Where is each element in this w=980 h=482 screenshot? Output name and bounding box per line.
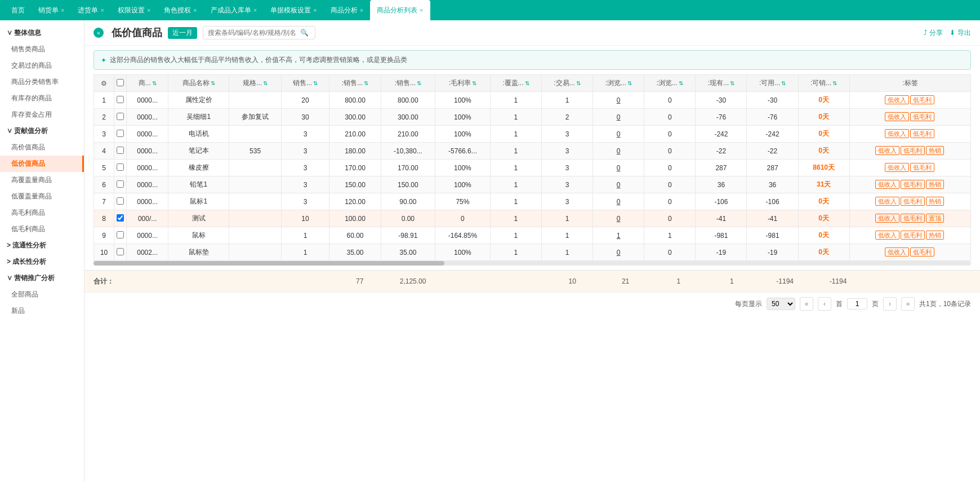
th-name[interactable]: 商品名称⇅ bbox=[168, 75, 229, 92]
browse1-link[interactable]: 0 bbox=[617, 164, 621, 172]
cell-checkbox[interactable] bbox=[114, 126, 127, 143]
cell-checkbox[interactable] bbox=[114, 109, 127, 126]
row-checkbox[interactable] bbox=[117, 147, 124, 154]
nav-permission-close[interactable]: × bbox=[147, 7, 150, 14]
next-page-btn[interactable]: › bbox=[883, 297, 897, 311]
search-input[interactable] bbox=[208, 29, 298, 37]
row-checkbox[interactable] bbox=[117, 130, 124, 137]
nav-purchase-close[interactable]: × bbox=[100, 7, 104, 14]
cell-checkbox[interactable] bbox=[114, 193, 127, 210]
share-button[interactable]: ⤴ 分享 bbox=[924, 28, 943, 38]
cell-browse1[interactable]: 0 bbox=[593, 193, 644, 210]
sidebar-section-flow[interactable]: > 流通性分析 bbox=[0, 237, 84, 254]
th-browse1[interactable]: :浏览...⇅ bbox=[593, 75, 644, 92]
row-checkbox[interactable] bbox=[117, 214, 124, 222]
sidebar-item-new-goods[interactable]: 新品 bbox=[0, 303, 84, 319]
cell-checkbox[interactable] bbox=[114, 210, 127, 227]
sidebar-item-traded-goods[interactable]: 交易过的商品 bbox=[0, 58, 84, 74]
row-checkbox[interactable] bbox=[117, 180, 124, 188]
browse1-link[interactable]: 1 bbox=[617, 232, 621, 240]
browse1-link[interactable]: 0 bbox=[617, 96, 621, 104]
sidebar-section-overview[interactable]: ∨ 整体信息 bbox=[0, 25, 84, 41]
th-browse2[interactable]: :浏览...⇅ bbox=[644, 75, 696, 92]
cell-browse1[interactable]: 0 bbox=[593, 210, 644, 227]
th-stock3[interactable]: :可销...⇅ bbox=[798, 75, 849, 92]
th-trade[interactable]: :交易...⇅ bbox=[541, 75, 593, 92]
cell-browse1[interactable]: 0 bbox=[593, 176, 644, 193]
sidebar-item-stock-goods[interactable]: 有库存的商品 bbox=[0, 90, 84, 107]
first-page-btn[interactable]: « bbox=[800, 297, 813, 311]
nav-home[interactable]: 首页 bbox=[5, 0, 32, 20]
row-checkbox[interactable] bbox=[117, 248, 124, 255]
cell-checkbox[interactable] bbox=[114, 160, 127, 176]
nav-sales[interactable]: 销货单 × bbox=[32, 0, 71, 20]
sidebar-collapse-btn[interactable]: « bbox=[93, 28, 104, 38]
horizontal-scrollbar[interactable] bbox=[93, 261, 971, 266]
browse1-link[interactable]: 0 bbox=[617, 181, 621, 189]
cell-checkbox[interactable] bbox=[114, 176, 127, 193]
sidebar-section-contribution[interactable]: ∨ 贡献值分析 bbox=[0, 123, 84, 139]
cell-browse1[interactable]: 0 bbox=[593, 92, 644, 109]
th-code[interactable]: 商...⇅ bbox=[127, 75, 168, 92]
th-settings[interactable]: ⚙ bbox=[94, 75, 114, 92]
nav-analysis-list[interactable]: 商品分析列表 × bbox=[370, 0, 430, 20]
th-checkbox[interactable] bbox=[114, 75, 127, 92]
cell-checkbox[interactable] bbox=[114, 227, 127, 244]
row-checkbox[interactable] bbox=[117, 231, 124, 238]
browse1-link[interactable]: 0 bbox=[617, 113, 621, 121]
th-sale2[interactable]: :销售...⇅ bbox=[329, 75, 381, 92]
cell-checkbox[interactable] bbox=[114, 143, 127, 160]
nav-sales-close[interactable]: × bbox=[61, 7, 64, 14]
th-stock1[interactable]: :现有...⇅ bbox=[696, 75, 747, 92]
browse1-link[interactable]: 0 bbox=[617, 249, 621, 257]
sidebar-item-low-profit[interactable]: 低毛利商品 bbox=[0, 221, 84, 237]
sidebar-item-stock-capital[interactable]: 库存资金占用 bbox=[0, 107, 84, 123]
nav-role[interactable]: 角色授权 × bbox=[157, 0, 203, 20]
cell-browse1[interactable]: 0 bbox=[593, 244, 644, 261]
sidebar-item-low-coverage[interactable]: 低覆盖量商品 bbox=[0, 188, 84, 205]
nav-analysis-list-close[interactable]: × bbox=[420, 7, 423, 14]
sidebar-item-category-rate[interactable]: 商品分类销售率 bbox=[0, 74, 84, 90]
th-gross[interactable]: :毛利率⇅ bbox=[435, 75, 491, 92]
nav-template[interactable]: 单据模板设置 × bbox=[264, 0, 323, 20]
nav-warehouse[interactable]: 产成品入库单 × bbox=[204, 0, 264, 20]
th-sale1[interactable]: 销售...⇅ bbox=[281, 75, 329, 92]
th-cover[interactable]: :覆盖...⇅ bbox=[490, 75, 541, 92]
browse1-link[interactable]: 0 bbox=[617, 215, 621, 223]
select-all-checkbox[interactable] bbox=[117, 79, 124, 86]
sidebar-item-low-value[interactable]: 低价值商品 bbox=[0, 156, 84, 172]
per-page-select[interactable]: 50 100 200 bbox=[767, 298, 795, 310]
cell-browse1[interactable]: 1 bbox=[593, 227, 644, 244]
row-checkbox[interactable] bbox=[117, 113, 124, 120]
nav-analysis[interactable]: 商品分析 × bbox=[324, 0, 370, 20]
sidebar-section-growth[interactable]: > 成长性分析 bbox=[0, 254, 84, 270]
cell-checkbox[interactable] bbox=[114, 244, 127, 261]
sidebar-item-high-value[interactable]: 高价值商品 bbox=[0, 139, 84, 156]
row-checkbox[interactable] bbox=[117, 96, 124, 103]
last-page-btn[interactable]: » bbox=[901, 297, 915, 311]
sidebar-item-high-coverage[interactable]: 高覆盖量商品 bbox=[0, 172, 84, 188]
browse1-link[interactable]: 0 bbox=[617, 198, 621, 206]
export-button[interactable]: ⬇ 导出 bbox=[950, 28, 971, 38]
browse1-link[interactable]: 0 bbox=[617, 130, 621, 138]
filter-tag[interactable]: 近一月 bbox=[168, 27, 197, 39]
nav-warehouse-close[interactable]: × bbox=[253, 7, 257, 14]
nav-permission[interactable]: 权限设置 × bbox=[111, 0, 157, 20]
cell-browse1[interactable]: 0 bbox=[593, 143, 644, 160]
nav-analysis-close[interactable]: × bbox=[360, 7, 363, 14]
nav-role-close[interactable]: × bbox=[193, 7, 197, 14]
nav-template-close[interactable]: × bbox=[313, 7, 317, 14]
prev-page-btn[interactable]: ‹ bbox=[818, 297, 831, 311]
cell-browse1[interactable]: 0 bbox=[593, 160, 644, 176]
sidebar-item-sales-goods[interactable]: 销售类商品 bbox=[0, 41, 84, 58]
row-checkbox[interactable] bbox=[117, 163, 124, 171]
search-box[interactable]: 🔍 bbox=[203, 26, 315, 39]
th-spec[interactable]: 规格...⇅ bbox=[229, 75, 281, 92]
cell-browse1[interactable]: 0 bbox=[593, 109, 644, 126]
row-checkbox[interactable] bbox=[117, 197, 124, 205]
sidebar-section-marketing[interactable]: ∨ 营销推广分析 bbox=[0, 270, 84, 286]
th-stock2[interactable]: :可用...⇅ bbox=[747, 75, 798, 92]
cell-browse1[interactable]: 0 bbox=[593, 126, 644, 143]
cell-checkbox[interactable] bbox=[114, 92, 127, 109]
th-tags[interactable]: :标签 bbox=[849, 75, 970, 92]
